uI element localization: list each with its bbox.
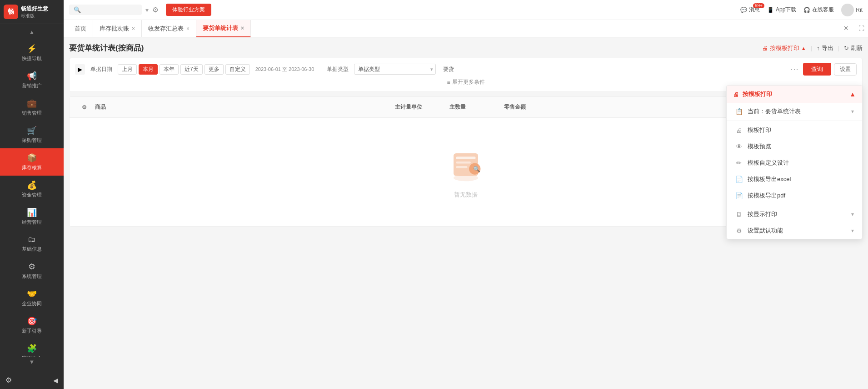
- sidebar-item-kucun[interactable]: 📦 库存核算: [0, 148, 64, 176]
- sidebar-item-qiye[interactable]: 🤝 企业协同: [0, 284, 64, 312]
- sidebar-item-jingying[interactable]: 📊 经营管理: [0, 203, 64, 230]
- sidebar-item-label: 企业协同: [22, 300, 42, 307]
- dropdown-set-default[interactable]: ⚙ 设置默认功能 ▾: [727, 222, 862, 239]
- date-btn-thisyear[interactable]: 本年: [160, 64, 179, 75]
- dropdown-template-print[interactable]: 🖨 模板打印: [727, 122, 862, 138]
- tab-shoufa[interactable]: 收发存汇总表 ×: [142, 20, 196, 37]
- sidebar-scroll-down[interactable]: ▼: [0, 357, 64, 366]
- query-button[interactable]: 查询: [803, 63, 831, 76]
- tab-yaohuo[interactable]: 要货单统计表 ×: [196, 20, 251, 37]
- display-print-icon: 🖥: [735, 211, 743, 218]
- tab-pici[interactable]: 库存批次账 ×: [93, 20, 142, 37]
- sidebar-item-jichu[interactable]: 🗂 基础信息: [0, 230, 64, 257]
- dropdown-divider2: [727, 205, 862, 205]
- tabbar: 首页 库存批次账 × 收发存汇总表 × 要货单统计表 × × ⛶: [64, 20, 868, 37]
- avatar: [841, 4, 854, 16]
- refresh-button[interactable]: ↻ 刷新: [844, 44, 863, 52]
- topbar: 🔍 ▾ ⚙ 体验行业方案 💬 消息 99+ 📱 App下载 🎧 在线客服 Rit: [64, 0, 868, 20]
- tab-yaohuo-label: 要货单统计表: [203, 24, 238, 32]
- current-doc-icon: 📋: [735, 108, 743, 115]
- tabbar-expand-button[interactable]: ⛶: [855, 25, 868, 32]
- date-buttons: 上月 本月 本年 近7天 更多 自定义: [118, 64, 250, 75]
- dropdown-header-label: 按模板打印: [743, 90, 772, 98]
- topbar-dropdown-arrow[interactable]: ▾: [145, 6, 149, 14]
- sidebar-item-label: 基础信息: [22, 246, 42, 253]
- date-btn-custom[interactable]: 自定义: [225, 64, 250, 75]
- sidebar-item-zijin[interactable]: 💰 资金管理: [0, 176, 64, 203]
- close-all-tabs-button[interactable]: ×: [837, 24, 855, 33]
- print-template-label: 按模板打印: [770, 44, 799, 52]
- date-btn-more[interactable]: 更多: [205, 64, 224, 75]
- tab-yaohuo-close[interactable]: ×: [241, 25, 244, 31]
- date-btn-current[interactable]: 本月: [139, 64, 158, 75]
- sidebar-item-xinshou[interactable]: 🎯 新手引导: [0, 312, 64, 339]
- template-design-icon: ✏: [735, 159, 743, 167]
- dropdown-template-preview[interactable]: 👁 模板预览: [727, 138, 862, 155]
- xitong-icon: ⚙: [28, 262, 35, 272]
- tab-home[interactable]: 首页: [68, 20, 93, 37]
- print-template-button[interactable]: 🖨 按模板打印 ▲: [762, 44, 806, 52]
- set-default-chevron: ▾: [851, 227, 854, 234]
- dropdown-current-left: 📋 当前：要货单统计表: [735, 107, 801, 116]
- dropdown-current-item[interactable]: 📋 当前：要货单统计表 ▾: [727, 103, 862, 120]
- app-logo-icon: 畅: [4, 5, 18, 19]
- content-area: 要货单统计表(按商品) 🖨 按模板打印 ▲ | ↑ 导出 | ↻ 刷新: [64, 37, 868, 389]
- sidebar-settings-icon[interactable]: ⚙: [5, 376, 12, 384]
- app-download-button[interactable]: 📱 App下载: [767, 6, 796, 14]
- sidebar-item-weixin[interactable]: 💬 企业微信: [0, 366, 64, 371]
- tab-pici-close[interactable]: ×: [132, 25, 135, 32]
- template-print-icon: 🖨: [735, 126, 743, 134]
- dropdown-header-chevron[interactable]: ▲: [849, 91, 856, 98]
- user-avatar-button[interactable]: Rit: [841, 4, 863, 16]
- expand-more-label: 展开更多条件: [452, 78, 485, 86]
- filter-more-icon[interactable]: ⋯: [790, 64, 798, 74]
- export-pdf-icon: 📄: [735, 192, 743, 199]
- sidebar-item-caigou[interactable]: 🛒 采购管理: [0, 121, 64, 148]
- table-col-product: 商品: [93, 101, 393, 114]
- export-excel-icon: 📄: [735, 176, 743, 183]
- topbar-gear-icon[interactable]: ⚙: [152, 5, 159, 14]
- zijin-icon: 💰: [27, 180, 37, 190]
- dropdown-template-design[interactable]: ✏ 模板自定义设计: [727, 155, 862, 171]
- sidebar-item-xiaoshou[interactable]: 💼 销售管理: [0, 94, 64, 121]
- online-service-label: 在线客服: [812, 6, 834, 14]
- topbar-search-box[interactable]: 🔍: [69, 5, 142, 15]
- table-col-gear[interactable]: ⚙: [75, 101, 93, 114]
- svg-rect-4: [456, 166, 467, 168]
- template-preview-label: 模板预览: [748, 142, 771, 151]
- jichu-icon: 🗂: [28, 235, 36, 244]
- export-icon: ↑: [817, 45, 820, 51]
- sidebar-item-label: 新手引导: [22, 328, 42, 334]
- order-type-label: 单据类型: [327, 66, 349, 73]
- export-button[interactable]: ↑ 导出: [817, 44, 833, 52]
- date-btn-prev[interactable]: 上月: [118, 64, 137, 75]
- sidebar-logo: 畅 畅通好生意 标准版: [0, 0, 64, 24]
- sidebar-scroll-up[interactable]: ▲: [0, 27, 64, 36]
- dropdown-display-print[interactable]: 🖥 按显示打印 ▾: [727, 206, 862, 222]
- display-print-left: 🖥 按显示打印: [735, 210, 777, 218]
- sidebar-item-kuaijie[interactable]: ⚡ 快捷导航: [0, 39, 64, 66]
- online-service-button[interactable]: 🎧 在线客服: [803, 6, 834, 14]
- action-divider1: |: [811, 45, 812, 51]
- dropdown-export-pdf[interactable]: 📄 按模板导出pdf: [727, 187, 862, 204]
- industry-solution-button[interactable]: 体验行业方案: [166, 4, 211, 16]
- sidebar-footer: ⚙ ◀: [0, 371, 64, 389]
- order-type-select[interactable]: 单据类型: [354, 64, 436, 75]
- sidebar-item-yingxiao[interactable]: 📢 营销推广: [0, 66, 64, 94]
- messages-button[interactable]: 💬 消息 99+: [740, 6, 760, 14]
- tab-shoufa-close[interactable]: ×: [186, 25, 190, 32]
- date-btn-last7[interactable]: 近7天: [180, 64, 203, 75]
- sidebar-item-xitong[interactable]: ⚙ 系统管理: [0, 257, 64, 284]
- dropdown-header: 🖨 按模板打印 ▲: [727, 86, 862, 103]
- filter-expand-arrow[interactable]: ▶: [75, 64, 85, 75]
- main-area: 🔍 ▾ ⚙ 体验行业方案 💬 消息 99+ 📱 App下载 🎧 在线客服 Rit: [64, 0, 868, 389]
- sidebar: 畅 畅通好生意 标准版 🔍 搜索菜单 ▲ ⚡ 快捷导航 📢 营销推广 💼 销售管…: [0, 0, 64, 389]
- topbar-search-input[interactable]: [84, 7, 137, 13]
- sidebar-collapse-icon[interactable]: ◀: [53, 377, 58, 384]
- order-type-select-wrapper[interactable]: 单据类型: [354, 64, 436, 75]
- filter-settings-button[interactable]: 设置: [834, 63, 857, 76]
- dropdown-export-excel[interactable]: 📄 按模板导出excel: [727, 171, 862, 187]
- export-pdf-label: 按模板导出pdf: [748, 192, 785, 200]
- template-design-label: 模板自定义设计: [748, 159, 789, 167]
- sidebar-item-label: 系统管理: [22, 273, 42, 280]
